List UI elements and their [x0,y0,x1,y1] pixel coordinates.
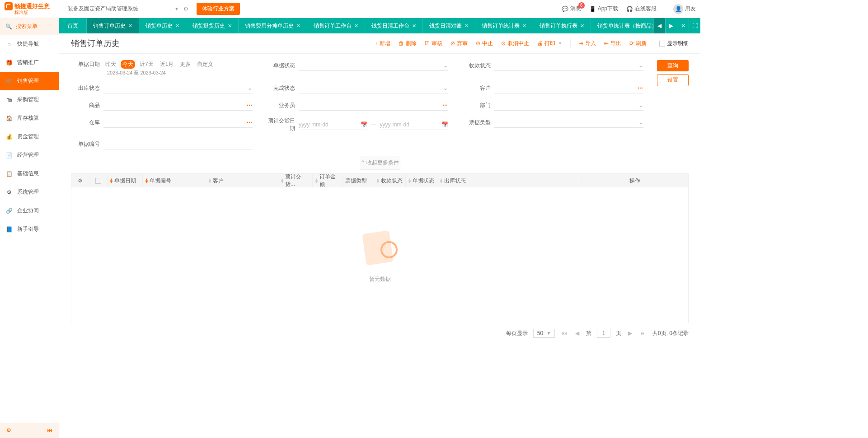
more-icon: ⋯ [247,119,253,126]
page-last[interactable]: ⏭ [639,330,647,336]
discard-button[interactable]: ⊘弃审 [450,40,468,47]
sidebar-item-10[interactable]: 📘新手引导 [0,220,59,238]
col-expect[interactable]: ▴▾预计交货... [278,174,313,187]
date-shortcut-4[interactable]: 更多 [178,60,192,69]
sidebar-search[interactable]: 🔍 搜索菜单 [0,18,59,35]
filter-goods[interactable]: 商品 ⋯ [71,100,253,111]
messages-button[interactable]: 💬 消息 6 [562,5,581,13]
filter-doc-status[interactable]: 单据状态 ⌄ [266,60,448,71]
sidebar-item-8[interactable]: ⚙系统管理 [0,183,59,201]
sidebar-item-3[interactable]: 🛍采购管理 [0,90,59,109]
filter-done-status[interactable]: 完成状态 ⌄ [266,83,448,93]
tab-6[interactable]: 钱货日清工作台✕ [365,18,423,33]
tab-scroll-right[interactable]: ▶ [665,18,677,33]
date-shortcut-1[interactable]: 今天 [121,60,135,69]
close-icon[interactable]: ✕ [128,23,132,29]
col-docno[interactable]: ▴▾单据编号 [143,174,206,187]
col-docstatus[interactable]: ▴▾单据状态 [406,174,437,187]
filter-dept[interactable]: 部门 ⌄ [462,100,643,111]
col-outstatus[interactable]: ▴▾出库状态 [437,174,582,187]
setting-button[interactable]: 设置 [657,74,689,86]
tab-8[interactable]: 销售订单统计表✕ [475,18,533,33]
close-icon[interactable]: ✕ [354,23,358,29]
tab-9[interactable]: 销售订单执行表✕ [533,18,591,33]
audit-button[interactable]: ☑审核 [425,40,442,47]
filter-salesman[interactable]: 业务员 ⋯ [266,100,448,111]
filter-pay-status[interactable]: 收款状态 ⌄ [462,60,643,71]
date-shortcut-2[interactable]: 近7天 [138,60,155,69]
import-button[interactable]: ⇥导入 [579,40,596,47]
tab-2[interactable]: 销货单历史✕ [139,18,186,33]
industry-plan-button[interactable]: 体验行业方案 [197,3,240,15]
close-icon[interactable]: ✕ [175,23,179,29]
collapse-filters-button[interactable]: ⌃ 收起更多条件 [360,156,400,170]
refresh-button[interactable]: ⟳刷新 [629,40,647,47]
col-date[interactable]: ▴▾单据日期 [108,174,143,187]
expect-date-from[interactable]: yyyy-mm-dd📅 [299,119,367,130]
unstop-button[interactable]: ⊘取消中止 [501,40,529,47]
filter-warehouse[interactable]: 仓库 ⋯ [71,117,253,128]
col-amount[interactable]: ▴▾订单金额 [313,174,343,187]
app-download-button[interactable]: 📱 App下载 [589,5,618,13]
close-icon[interactable]: ✕ [228,23,232,29]
gear-icon[interactable]: ⚙ [6,427,11,433]
col-ticket[interactable]: 票据类型 [343,174,374,187]
date-shortcut-0[interactable]: 昨天 [103,60,118,69]
query-button[interactable]: 查询 [657,60,689,71]
tab-7[interactable]: 钱货日清对账✕ [423,18,475,33]
sidebar-item-2[interactable]: 🛒销售管理 [0,72,59,90]
tab-fullscreen[interactable]: ⛶ [689,18,700,33]
settings-icon[interactable]: ⚙ [183,6,188,12]
tab-5[interactable]: 销售订单工作台✕ [307,18,365,33]
close-icon[interactable]: ✕ [296,23,300,29]
sidebar-item-6[interactable]: 📄经营管理 [0,146,59,164]
system-selector[interactable]: 装备及固定资产辅助管理系统 ▼ [68,5,179,13]
tab-scroll-left[interactable]: ◀ [653,18,665,33]
collapse-sidebar-icon[interactable]: ⏮ [47,427,52,433]
refresh-icon: ⟳ [629,40,634,47]
filter-out-status[interactable]: 出库状态 ⌄ [71,83,253,93]
page-next[interactable]: ▶ [627,330,633,336]
column-settings[interactable]: ⚙ [71,174,89,187]
tab-0[interactable]: 首页 [59,18,87,33]
tab-label: 销售订单执行表 [540,22,577,30]
page-prev[interactable]: ◀ [574,330,581,336]
delete-button[interactable]: 🗑删除 [399,40,417,47]
filter-expect-date: 预计交货日期 yyyy-mm-dd📅 — yyyy-mm-dd📅 [266,117,448,132]
close-icon[interactable]: ✕ [464,23,469,29]
top-bar: 畅捷通好生意 标准版 装备及固定资产辅助管理系统 ▼ ⚙ 体验行业方案 💬 消息… [0,0,700,18]
close-icon[interactable]: ✕ [522,23,526,29]
sidebar-item-5[interactable]: 💰资金管理 [0,127,59,146]
page-size-select[interactable]: 50▼ [533,329,555,338]
sidebar-item-9[interactable]: 🔗企业协同 [0,201,59,220]
tab-10[interactable]: 销货单统计表（按商品）✕ [591,18,653,33]
page-input[interactable]: 1 [597,329,610,338]
sidebar-item-4[interactable]: 🏠库存核算 [0,109,59,127]
user-menu[interactable]: 👤 用友 [673,4,696,14]
sidebar-item-1[interactable]: 🎁营销推广 [0,53,59,72]
col-customer[interactable]: ▴▾客户 [206,174,278,187]
select-all[interactable] [89,174,108,187]
tab-1[interactable]: 销售订单历史✕ [87,18,139,33]
col-paystatus[interactable]: ▴▾收款状态 [374,174,406,187]
sidebar-item-0[interactable]: ⌂快捷导航 [0,35,59,53]
export-button[interactable]: ⇤导出 [604,40,621,47]
tab-close-all[interactable]: ✕ [677,18,689,33]
stop-button[interactable]: ⊘中止 [476,40,493,47]
filter-customer[interactable]: 客户 ⋯ [462,83,643,93]
tab-3[interactable]: 销货退货历史✕ [186,18,239,33]
tab-4[interactable]: 销售费用分摊单历史✕ [239,18,307,33]
close-icon[interactable]: ✕ [412,23,416,29]
add-button[interactable]: +新增 [375,40,390,47]
filter-doc-no[interactable]: 单据编号 [71,139,253,149]
page-first[interactable]: ⏮ [560,330,568,336]
print-button[interactable]: 🖨打印▼ [537,40,562,47]
online-service-button[interactable]: 🎧 在线客服 [626,5,657,13]
date-shortcut-3[interactable]: 近1月 [158,60,176,69]
show-detail-toggle[interactable]: 显示明细 [659,40,689,47]
date-shortcut-5[interactable]: 自定义 [195,60,215,69]
sidebar-item-7[interactable]: 📋基础信息 [0,164,59,183]
expect-date-to[interactable]: yyyy-mm-dd📅 [380,119,448,130]
filter-ticket-type[interactable]: 票据类型 ⌄ [462,117,643,128]
close-icon[interactable]: ✕ [580,23,584,29]
